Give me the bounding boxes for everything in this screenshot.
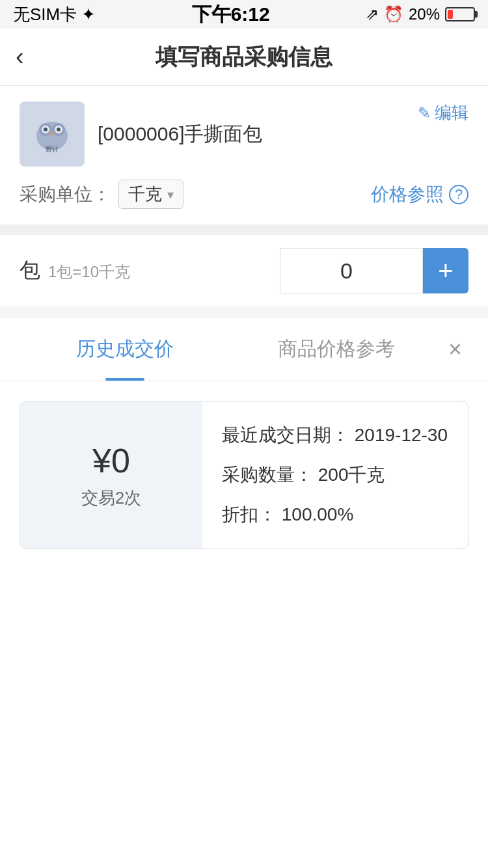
alarm-icon: ⏰ bbox=[384, 5, 403, 23]
edit-button[interactable]: ✎ 编辑 bbox=[418, 102, 468, 124]
product-unit-row: 采购单位： 千克 ▾ 价格参照 ? bbox=[20, 180, 468, 209]
product-left: 野计 [0000006]手撕面包 bbox=[20, 102, 262, 167]
price-ref-label: 价格参照 bbox=[371, 182, 444, 207]
quantity-input[interactable] bbox=[280, 248, 423, 293]
history-price-card: ¥0 交易2次 最近成交日期： 2019-12-30 采购数量： 200千克 折… bbox=[20, 401, 468, 549]
tab-close-button[interactable]: × bbox=[442, 329, 468, 370]
history-price-value: ¥0 bbox=[92, 441, 130, 480]
battery-fill bbox=[448, 10, 453, 19]
discount-label: 折扣： bbox=[222, 504, 277, 524]
status-left: 无SIM卡 ✦ bbox=[13, 3, 96, 26]
recent-date-row: 最近成交日期： 2019-12-30 bbox=[222, 421, 448, 450]
svg-point-7 bbox=[49, 131, 55, 135]
price-ref-button[interactable]: 价格参照 ? bbox=[371, 182, 468, 207]
quantity-unit-info: 包 1包=10千克 bbox=[20, 256, 130, 285]
section-divider bbox=[0, 224, 488, 235]
recent-date-value: 2019-12-30 bbox=[355, 425, 448, 445]
product-header: 野计 [0000006]手撕面包 ✎ 编辑 bbox=[20, 102, 468, 167]
purchase-qty-label: 采购数量： bbox=[222, 465, 313, 485]
quantity-row: 包 1包=10千克 + bbox=[0, 235, 488, 306]
history-trades-count: 交易2次 bbox=[81, 487, 141, 509]
page-title: 填写商品采购信息 bbox=[156, 42, 332, 72]
discount-value: 100.00% bbox=[282, 504, 354, 524]
history-price-left: ¥0 交易2次 bbox=[20, 401, 202, 549]
tab-product-price-ref[interactable]: 商品价格参考 bbox=[230, 318, 441, 381]
tab-content: ¥0 交易2次 最近成交日期： 2019-12-30 采购数量： 200千克 折… bbox=[0, 381, 488, 569]
unit-name: 包 bbox=[20, 256, 40, 285]
tab-section: 历史成交价 商品价格参考 × ¥0 交易2次 最近成交日期： 2019-12-3… bbox=[0, 317, 488, 569]
status-time: 下午6:12 bbox=[192, 1, 270, 28]
unit-select[interactable]: 千克 ▾ bbox=[118, 180, 183, 209]
chevron-down-icon: ▾ bbox=[167, 187, 174, 202]
quantity-plus-button[interactable]: + bbox=[423, 248, 468, 293]
unit-value: 千克 bbox=[128, 183, 162, 206]
help-icon: ? bbox=[449, 185, 468, 204]
purchase-qty-row: 采购数量： 200千克 bbox=[222, 461, 448, 490]
empty-area bbox=[0, 569, 488, 868]
product-image: 野计 bbox=[20, 102, 85, 167]
unit-note: 1包=10千克 bbox=[48, 262, 130, 282]
tab-history-price[interactable]: 历史成交价 bbox=[20, 318, 230, 381]
tab-header: 历史成交价 商品价格参考 × bbox=[0, 318, 488, 381]
discount-row: 折扣： 100.00% bbox=[222, 500, 448, 530]
product-title: [0000006]手撕面包 bbox=[98, 121, 262, 148]
product-logo-icon: 野计 bbox=[29, 111, 75, 157]
carrier-text: 无SIM卡 ✦ bbox=[13, 3, 96, 26]
quantity-input-group: + bbox=[280, 248, 468, 293]
svg-point-6 bbox=[57, 128, 61, 131]
status-bar: 无SIM卡 ✦ 下午6:12 ⇗ ⏰ 20% bbox=[0, 0, 488, 29]
unit-label: 采购单位： bbox=[20, 182, 111, 207]
battery-icon bbox=[445, 7, 475, 21]
svg-point-5 bbox=[44, 128, 47, 131]
back-button[interactable]: ‹ bbox=[16, 43, 24, 71]
location-icon: ⇗ bbox=[366, 5, 379, 23]
battery-percent: 20% bbox=[409, 5, 440, 23]
product-card: 野计 [0000006]手撕面包 ✎ 编辑 采购单位： 千克 ▾ 价格参照 bbox=[0, 86, 488, 224]
recent-date-label: 最近成交日期： bbox=[222, 425, 349, 445]
purchase-qty-value: 200千克 bbox=[318, 465, 385, 485]
history-detail-right: 最近成交日期： 2019-12-30 采购数量： 200千克 折扣： 100.0… bbox=[202, 401, 468, 549]
svg-text:野计: 野计 bbox=[46, 146, 59, 153]
status-right: ⇗ ⏰ 20% bbox=[366, 5, 475, 23]
nav-bar: ‹ 填写商品采购信息 bbox=[0, 29, 488, 86]
